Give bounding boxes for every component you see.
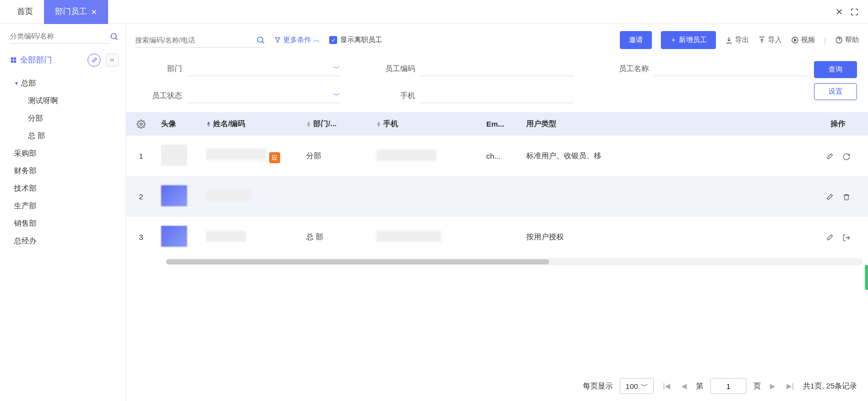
employee-name-input[interactable] xyxy=(654,61,807,76)
tree-node[interactable]: 分部 xyxy=(0,110,126,127)
collapse-sidebar-icon[interactable] xyxy=(106,54,119,67)
cell-email xyxy=(481,176,521,217)
settings-button[interactable]: 设置 xyxy=(814,83,857,100)
page-suffix-label: 页 xyxy=(753,381,761,391)
last-page-icon[interactable]: ▶| xyxy=(784,382,796,390)
tab-home[interactable]: 首页 xyxy=(6,0,44,24)
filter-label-phone: 手机 xyxy=(370,91,415,101)
cell-user-type: 标准用户、收银员、移 xyxy=(521,136,808,176)
svg-rect-3 xyxy=(11,61,14,63)
chevron-down-icon: ﹀ xyxy=(333,64,340,73)
fullscreen-icon[interactable] xyxy=(850,7,859,18)
chevron-up-icon: ︿ xyxy=(313,36,320,45)
help-button[interactable]: 帮助 xyxy=(835,36,859,45)
filter-panel: 部门 ﹀ 员工编码 员工名称 员工状态 ﹀ 手机 xyxy=(126,56,868,112)
first-page-icon[interactable]: |◀ xyxy=(661,382,672,390)
app-badge: 应 xyxy=(269,152,280,163)
search-icon[interactable] xyxy=(110,31,119,42)
tree-node[interactable]: 销售部 xyxy=(0,215,126,232)
svg-point-5 xyxy=(258,37,263,43)
svg-rect-4 xyxy=(14,61,17,63)
edit-icon[interactable] xyxy=(825,192,834,201)
next-page-icon[interactable]: ▶ xyxy=(768,382,777,390)
tree-node[interactable]: 财务部 xyxy=(0,162,126,180)
video-button[interactable]: 视频 xyxy=(791,36,815,45)
close-page-icon[interactable]: ✕ xyxy=(835,7,843,18)
export-button[interactable]: 导出 xyxy=(725,36,749,45)
page-size-select[interactable]: 100 ﹀ xyxy=(620,378,654,394)
tree-node-headquarters[interactable]: ▼总部 xyxy=(0,75,126,92)
edit-icon[interactable] xyxy=(825,152,834,161)
prev-page-icon[interactable]: ◀ xyxy=(679,382,689,390)
chevron-down-icon: ﹀ xyxy=(333,91,340,100)
col-ops: 操作 xyxy=(808,112,868,136)
delete-icon[interactable] xyxy=(842,192,851,201)
col-email[interactable]: Em... xyxy=(481,112,521,136)
cell-email: ch... xyxy=(481,136,521,176)
cell-department: 分部 xyxy=(301,136,371,176)
cell-department: 总 部 xyxy=(301,217,371,257)
plus-icon: ＋ xyxy=(670,36,677,45)
tab-department-employees[interactable]: 部门员工 ✕ xyxy=(44,0,108,24)
col-name-code[interactable]: ▲▼姓名/编码 xyxy=(201,112,301,136)
cell-user-type: 按用户授权 xyxy=(521,217,808,257)
table-row[interactable]: 1 应 分部 ch... 标准用户、收银员、移 xyxy=(126,136,868,176)
tree-node[interactable]: 总 部 xyxy=(0,127,126,145)
logout-icon[interactable] xyxy=(842,233,851,242)
department-tree: ▼总部 测试呀啊 分部 总 部 采购部 财务部 技术部 生产部 销售部 总经办 xyxy=(0,72,126,250)
page-prefix-label: 第 xyxy=(696,381,703,391)
pagination-summary: 共1页, 25条记录 xyxy=(803,381,857,391)
top-tabs: 首页 部门员工 ✕ ✕ xyxy=(0,0,868,24)
filter-label-employee-name: 员工名称 xyxy=(604,64,649,74)
toolbar: 更多条件 ︿ ✓ 显示离职员工 邀请 ＋ 新增员工 导出 导入 xyxy=(126,24,868,56)
filter-label-employee-code: 员工编码 xyxy=(370,64,415,74)
name-redacted xyxy=(206,231,246,242)
svg-point-8 xyxy=(140,123,143,126)
right-edge-handle[interactable] xyxy=(865,265,868,290)
tree-node[interactable]: 总经办 xyxy=(0,232,126,250)
phone-redacted xyxy=(376,231,441,242)
tree-node[interactable]: 技术部 xyxy=(0,180,126,197)
name-redacted xyxy=(206,190,251,201)
svg-point-0 xyxy=(111,34,117,39)
gear-icon[interactable] xyxy=(137,119,146,128)
cell-department xyxy=(301,176,371,217)
page-number-input[interactable] xyxy=(710,378,746,394)
query-button[interactable]: 查询 xyxy=(814,61,857,78)
col-user-type[interactable]: 用户类型 xyxy=(521,112,808,136)
employee-code-input[interactable] xyxy=(420,61,573,76)
tab-close-icon[interactable]: ✕ xyxy=(91,8,97,16)
search-input[interactable] xyxy=(135,33,256,47)
table-row[interactable]: 3 总 部 按用户授权 xyxy=(126,217,868,257)
col-avatar[interactable]: 头像 xyxy=(156,112,201,136)
edit-icon[interactable] xyxy=(88,54,101,67)
row-index: 1 xyxy=(126,136,156,176)
tree-node[interactable]: 采购部 xyxy=(0,145,126,162)
department-select[interactable]: ﹀ xyxy=(187,61,340,76)
employee-status-select[interactable]: ﹀ xyxy=(187,88,340,103)
refresh-icon[interactable] xyxy=(842,152,851,161)
svg-rect-1 xyxy=(11,58,14,60)
edit-icon[interactable] xyxy=(825,233,834,242)
tree-node[interactable]: 测试呀啊 xyxy=(0,92,126,110)
col-department[interactable]: ▲▼部门/... xyxy=(301,112,371,136)
add-employee-button[interactable]: ＋ 新增员工 xyxy=(661,31,716,49)
phone-input[interactable] xyxy=(420,88,573,103)
employee-table: 头像 ▲▼姓名/编码 ▲▼部门/... ▲▼手机 Em... 用户类型 操作 1… xyxy=(126,112,868,371)
import-button[interactable]: 导入 xyxy=(758,36,782,45)
col-phone[interactable]: ▲▼手机 xyxy=(371,112,481,136)
more-conditions-toggle[interactable]: 更多条件 ︿ xyxy=(274,36,320,45)
per-page-label: 每页显示 xyxy=(583,381,613,391)
svg-rect-2 xyxy=(14,58,17,60)
checkbox-checked-icon: ✓ xyxy=(329,36,337,44)
sidebar-search-input[interactable] xyxy=(10,29,110,44)
cell-email xyxy=(481,217,521,257)
table-row[interactable]: 2 xyxy=(126,176,868,217)
invite-button[interactable]: 邀请 xyxy=(620,31,652,49)
search-icon[interactable] xyxy=(256,35,265,45)
show-resigned-checkbox[interactable]: ✓ 显示离职员工 xyxy=(329,36,382,45)
horizontal-scrollbar[interactable] xyxy=(166,258,863,265)
tree-node[interactable]: 生产部 xyxy=(0,197,126,215)
sidebar-root-all-departments[interactable]: 全部部门 xyxy=(10,55,52,66)
chevron-down-icon: ﹀ xyxy=(641,381,648,391)
